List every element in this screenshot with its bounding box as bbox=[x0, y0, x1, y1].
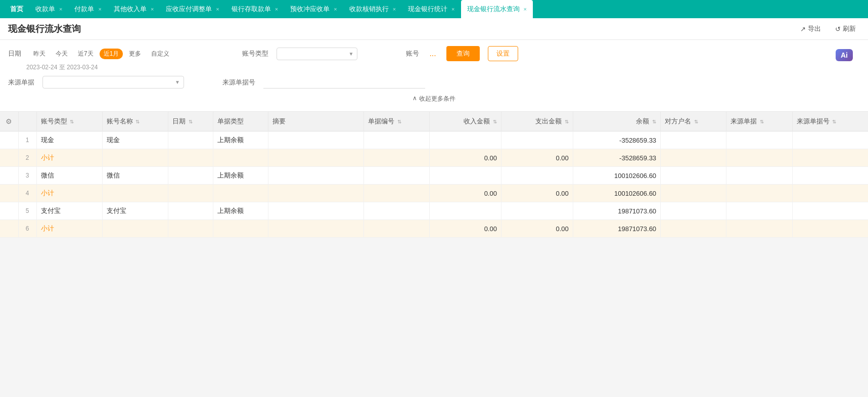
nav-close-advance-offset[interactable]: × bbox=[334, 6, 337, 12]
col-summary-label: 摘要 bbox=[272, 117, 286, 125]
cell-summary bbox=[268, 185, 363, 202]
collapse-label: 收起更多条件 bbox=[419, 95, 455, 103]
nav-close-bank-deposit[interactable]: × bbox=[275, 6, 278, 12]
cell-counterparty bbox=[661, 220, 726, 238]
cell-account-type: 小计 bbox=[36, 185, 102, 202]
nav-close-receipt[interactable]: × bbox=[59, 6, 62, 12]
col-counterparty[interactable]: 对方户名 ⇅ bbox=[661, 112, 726, 131]
col-source-doc-num[interactable]: 来源单据号 ⇅ bbox=[792, 112, 868, 131]
cell-source-doc-num bbox=[792, 185, 868, 202]
date-option-7days[interactable]: 近7天 bbox=[74, 49, 98, 59]
col-source-doc[interactable]: 来源单据 ⇅ bbox=[726, 112, 792, 131]
cell-index: 5 bbox=[18, 202, 36, 220]
sort-account-name-icon: ⇅ bbox=[135, 119, 140, 124]
col-settings: ⚙ bbox=[0, 112, 18, 131]
source-doc-select[interactable] bbox=[42, 76, 184, 89]
cell-summary bbox=[268, 167, 363, 185]
main-table: ⚙ 账号类型 ⇅ 账号名称 ⇅ 日期 ⇅ 单据类型 bbox=[0, 112, 868, 238]
nav-item-bank-flow[interactable]: 现金银行流水查询 × bbox=[461, 0, 533, 18]
nav-close-writeoff[interactable]: × bbox=[393, 6, 396, 12]
nav-label-writeoff: 收款核销执行 bbox=[349, 5, 389, 14]
sort-counterparty-icon: ⇅ bbox=[694, 119, 698, 124]
filter-row-2: 来源单据 ▼ 来源单据号 bbox=[8, 76, 860, 89]
nav-label-bank-flow: 现金银行流水查询 bbox=[467, 5, 520, 14]
cell-account-type: 小计 bbox=[36, 149, 102, 167]
nav-close-payment[interactable]: × bbox=[98, 6, 101, 12]
cell-doc-number bbox=[363, 202, 429, 220]
date-option-1month[interactable]: 近1月 bbox=[100, 49, 123, 59]
nav-item-ap-adjust[interactable]: 应收应付调整单 × bbox=[160, 0, 225, 18]
cell-doc-type bbox=[213, 149, 268, 167]
cell-date bbox=[168, 149, 213, 167]
nav-label-bank-stat: 现金银行统计 bbox=[408, 5, 447, 14]
table-row: 2小计0.000.00-3528659.33 bbox=[0, 149, 868, 167]
cell-index: 2 bbox=[18, 149, 36, 167]
query-button[interactable]: 查询 bbox=[446, 46, 480, 61]
table-row: 4小计0.000.00100102606.60 bbox=[0, 185, 868, 202]
col-date[interactable]: 日期 ⇅ bbox=[168, 112, 213, 131]
nav-close-bank-stat[interactable]: × bbox=[451, 6, 454, 12]
cell-summary bbox=[268, 220, 363, 238]
nav-item-bank-deposit[interactable]: 银行存取款单 × bbox=[225, 0, 284, 18]
filter-row-1: 日期 昨天 今天 近7天 近1月 更多 自定义 账号类型 现金 微信 支付宝 ▼… bbox=[8, 46, 860, 61]
col-balance[interactable]: 余额 ⇅ bbox=[573, 112, 660, 131]
nav-item-advance-offset[interactable]: 预收冲应收单 × bbox=[284, 0, 343, 18]
col-account-name[interactable]: 账号名称 ⇅ bbox=[102, 112, 168, 131]
table-gear-icon[interactable]: ⚙ bbox=[6, 117, 12, 125]
cell-income bbox=[430, 167, 501, 185]
col-date-label: 日期 bbox=[172, 117, 186, 125]
cell-source-doc bbox=[726, 131, 792, 149]
account-type-select[interactable]: 现金 微信 支付宝 bbox=[277, 48, 357, 60]
date-option-custom[interactable]: 自定义 bbox=[147, 49, 173, 59]
top-navigation: 首页 收款单 × 付款单 × 其他收入单 × 应收应付调整单 × 银行存取款单 … bbox=[0, 0, 868, 18]
date-range-text: 2023-02-24 至 2023-03-24 bbox=[26, 64, 98, 71]
export-button[interactable]: ↗ 导出 bbox=[796, 22, 825, 35]
cell-doc-number bbox=[363, 185, 429, 202]
nav-item-writeoff[interactable]: 收款核销执行 × bbox=[343, 0, 402, 18]
table-row: 1现金现金上期余额-3528659.33 bbox=[0, 131, 868, 149]
nav-label-home: 首页 bbox=[10, 5, 23, 14]
cell-balance: 19871073.60 bbox=[573, 220, 660, 238]
source-doc-num-label: 来源单据号 bbox=[222, 78, 255, 87]
cell-index: 3 bbox=[18, 167, 36, 185]
col-doc-number[interactable]: 单据编号 ⇅ bbox=[363, 112, 429, 131]
cell-account-name: 现金 bbox=[102, 131, 168, 149]
refresh-button[interactable]: ↺ 刷新 bbox=[831, 22, 860, 35]
col-summary: 摘要 bbox=[268, 112, 363, 131]
cell-check bbox=[0, 202, 18, 220]
col-expense[interactable]: 支出金额 ⇅ bbox=[501, 112, 573, 131]
nav-item-receipt[interactable]: 收款单 × bbox=[29, 0, 68, 18]
nav-item-bank-stat[interactable]: 现金银行统计 × bbox=[402, 0, 461, 18]
nav-close-ap-adjust[interactable]: × bbox=[216, 6, 219, 12]
account-dots-button[interactable]: ... bbox=[427, 49, 438, 58]
cell-doc-type: 上期余额 bbox=[213, 167, 268, 185]
ai-badge[interactable]: Ai bbox=[836, 49, 853, 61]
nav-close-other-income[interactable]: × bbox=[151, 6, 154, 12]
col-income[interactable]: 收入金额 ⇅ bbox=[430, 112, 501, 131]
page-header: 现金银行流水查询 ↗ 导出 ↺ 刷新 bbox=[0, 18, 868, 40]
nav-item-home[interactable]: 首页 bbox=[4, 0, 29, 18]
collapse-bar[interactable]: ∧ 收起更多条件 bbox=[8, 93, 860, 105]
cell-income: 0.00 bbox=[430, 149, 501, 167]
date-option-today[interactable]: 今天 bbox=[52, 49, 72, 59]
page-title: 现金银行流水查询 bbox=[8, 23, 81, 35]
nav-item-payment[interactable]: 付款单 × bbox=[68, 0, 107, 18]
source-doc-num-input[interactable] bbox=[263, 76, 425, 89]
settings-button[interactable]: 设置 bbox=[488, 46, 518, 61]
nav-item-other-income[interactable]: 其他收入单 × bbox=[108, 0, 160, 18]
nav-label-other-income: 其他收入单 bbox=[114, 5, 147, 14]
col-balance-label: 余额 bbox=[636, 117, 649, 125]
cell-balance: 19871073.60 bbox=[573, 202, 660, 220]
cell-income: 0.00 bbox=[430, 220, 501, 238]
date-option-more[interactable]: 更多 bbox=[125, 49, 145, 59]
account-type-label: 账号类型 bbox=[242, 49, 268, 58]
col-account-type[interactable]: 账号类型 ⇅ bbox=[36, 112, 102, 131]
nav-close-bank-flow[interactable]: × bbox=[524, 6, 527, 12]
cell-account-type: 小计 bbox=[36, 220, 102, 238]
cell-check bbox=[0, 131, 18, 149]
col-expense-label: 支出金额 bbox=[535, 117, 562, 125]
cell-source-doc-num bbox=[792, 167, 868, 185]
refresh-label: 刷新 bbox=[843, 24, 856, 33]
table-container: ⚙ 账号类型 ⇅ 账号名称 ⇅ 日期 ⇅ 单据类型 bbox=[0, 112, 868, 238]
date-option-yesterday[interactable]: 昨天 bbox=[29, 49, 50, 59]
